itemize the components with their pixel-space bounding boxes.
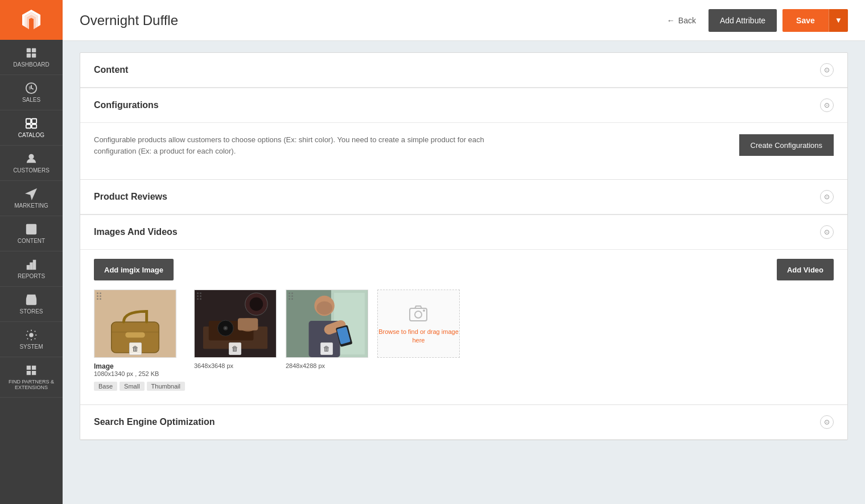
configurations-description: Configurable products allow customers to…	[94, 134, 521, 156]
image-tag-base: Base	[94, 382, 117, 391]
svg-rect-11	[27, 225, 36, 234]
browse-text: Browse to find or drag image here	[378, 328, 459, 345]
image-thumb-3[interactable]: 🗑	[286, 290, 368, 358]
image-info-3: 2848x4288 px	[286, 362, 368, 369]
svg-rect-15	[30, 263, 32, 269]
svg-rect-2	[27, 53, 31, 57]
image-upload-area: Browse to find or drag image here	[377, 290, 460, 391]
sidebar-content-label: CONTENT	[18, 238, 45, 244]
svg-point-20	[30, 333, 33, 337]
image-tag-small: Small	[120, 382, 145, 391]
image-grid: 🗑 Image 1080x1340 px , 252 KB Base Small…	[80, 290, 847, 404]
sidebar-reports-label: REPORTS	[18, 273, 45, 279]
images-section-title: Images And Videos	[94, 227, 178, 237]
image-2-dimensions: 3648x3648 px	[194, 362, 277, 369]
main-wrapper: Overnight Duffle ← Back Add Attribute Sa…	[63, 0, 865, 504]
save-button[interactable]: Save	[782, 9, 829, 32]
sidebar-item-stores[interactable]: STORES	[0, 287, 63, 322]
svg-rect-1	[32, 48, 36, 52]
svg-point-48	[415, 311, 422, 318]
content-section-title: Content	[94, 65, 128, 75]
delete-image-3-icon[interactable]: 🗑	[320, 342, 333, 355]
svg-rect-6	[26, 119, 31, 123]
svg-point-30	[250, 298, 263, 311]
image-thumb-2[interactable]: 🗑	[194, 290, 277, 358]
image-item-2: 🗑 3648x3648 px	[194, 290, 277, 391]
chevron-down-icon: ▼	[835, 16, 842, 24]
sidebar-item-marketing[interactable]: MARKETING	[0, 181, 63, 216]
page-title: Overnight Duffle	[80, 13, 178, 28]
image-tag-thumbnail: Thumbnail	[147, 382, 185, 391]
save-dropdown-button[interactable]: ▼	[829, 9, 848, 32]
seo-section-header[interactable]: Search Engine Optimization ⊙	[80, 405, 847, 440]
content-toggle-icon: ⊙	[820, 63, 834, 77]
image-item-3: 🗑 2848x4288 px	[286, 290, 368, 391]
svg-text:$: $	[28, 85, 31, 90]
image-thumb-1[interactable]: 🗑	[94, 290, 176, 358]
add-video-button[interactable]: Add Video	[777, 259, 834, 280]
drag-handle-3	[289, 292, 293, 300]
svg-point-42	[316, 301, 332, 315]
create-configurations-button[interactable]: Create Configurations	[739, 134, 834, 156]
image-info-1: Image 1080x1340 px , 252 KB	[94, 362, 185, 377]
configurations-section-header[interactable]: Configurations ⊙	[80, 88, 847, 123]
sidebar-item-sales[interactable]: $ SALES	[0, 75, 63, 110]
configurations-section-title: Configurations	[94, 100, 159, 110]
sidebar-item-dashboard[interactable]: DASHBOARD	[0, 40, 63, 75]
sidebar-catalog-label: CATALOG	[18, 132, 44, 138]
image-1-dimensions: 1080x1340 px , 252 KB	[94, 370, 185, 377]
svg-rect-14	[27, 266, 30, 269]
svg-rect-16	[34, 261, 36, 270]
svg-rect-25	[125, 332, 145, 338]
sidebar-item-find-partners[interactable]: FIND PARTNERS & EXTENSIONS	[0, 357, 63, 398]
sidebar-item-content[interactable]: CONTENT	[0, 216, 63, 251]
svg-rect-3	[32, 53, 36, 57]
main-panel: Content ⊙ Configurations ⊙ Configurable …	[80, 52, 848, 440]
delete-image-2-icon[interactable]: 🗑	[229, 342, 241, 355]
seo-toggle-icon: ⊙	[820, 415, 834, 429]
camera-icon	[408, 303, 429, 323]
content-area: Content ⊙ Configurations ⊙ Configurable …	[63, 41, 865, 504]
sidebar-item-system[interactable]: SYSTEM	[0, 322, 63, 357]
images-toolbar: Add imgix Image Add Video	[80, 250, 847, 290]
header-actions: ← Back Add Attribute Save ▼	[660, 9, 848, 32]
svg-point-10	[29, 155, 33, 159]
sidebar-item-catalog[interactable]: CATALOG	[0, 110, 63, 146]
back-button[interactable]: ← Back	[660, 11, 703, 30]
image-3-dimensions: 2848x4288 px	[286, 362, 368, 369]
add-imgix-button[interactable]: Add imgix Image	[94, 259, 174, 280]
svg-rect-8	[26, 125, 31, 128]
configurations-toggle-icon: ⊙	[820, 98, 834, 112]
image-1-label: Image	[94, 362, 185, 370]
sidebar-sales-label: SALES	[22, 97, 40, 103]
svg-rect-7	[32, 119, 36, 123]
configurations-content: Configurable products allow customers to…	[80, 123, 847, 179]
back-arrow-icon: ←	[667, 16, 675, 25]
svg-rect-17	[27, 299, 36, 304]
image-1-tags: Base Small Thumbnail	[94, 382, 185, 391]
browse-drop-area[interactable]: Browse to find or drag image here	[377, 290, 460, 358]
add-attribute-button[interactable]: Add Attribute	[709, 9, 777, 32]
svg-rect-9	[32, 125, 36, 128]
delete-image-1-icon[interactable]: 🗑	[129, 342, 142, 355]
top-header: Overnight Duffle ← Back Add Attribute Sa…	[63, 0, 865, 41]
drag-handle-2	[197, 292, 201, 300]
image-info-2: 3648x3648 px	[194, 362, 277, 369]
product-reviews-section-title: Product Reviews	[94, 192, 167, 202]
drag-handle-1	[97, 292, 101, 300]
content-section-header[interactable]: Content ⊙	[80, 53, 847, 88]
save-button-group: Save ▼	[782, 9, 848, 32]
sidebar-item-customers[interactable]: CUSTOMERS	[0, 146, 63, 181]
svg-rect-37	[238, 318, 258, 331]
images-section-header[interactable]: Images And Videos ⊙	[80, 215, 847, 250]
sidebar-logo[interactable]	[0, 0, 63, 40]
back-label: Back	[678, 16, 696, 25]
sidebar-find-partners-label: FIND PARTNERS & EXTENSIONS	[5, 379, 58, 390]
product-reviews-section-header[interactable]: Product Reviews ⊙	[80, 180, 847, 214]
sidebar-marketing-label: MARKETING	[14, 203, 48, 209]
seo-section-title: Search Engine Optimization	[94, 417, 215, 427]
svg-rect-0	[27, 48, 31, 52]
sidebar-stores-label: STORES	[20, 308, 43, 315]
sidebar-dashboard-label: DASHBOARD	[13, 61, 49, 68]
sidebar-item-reports[interactable]: REPORTS	[0, 251, 63, 287]
